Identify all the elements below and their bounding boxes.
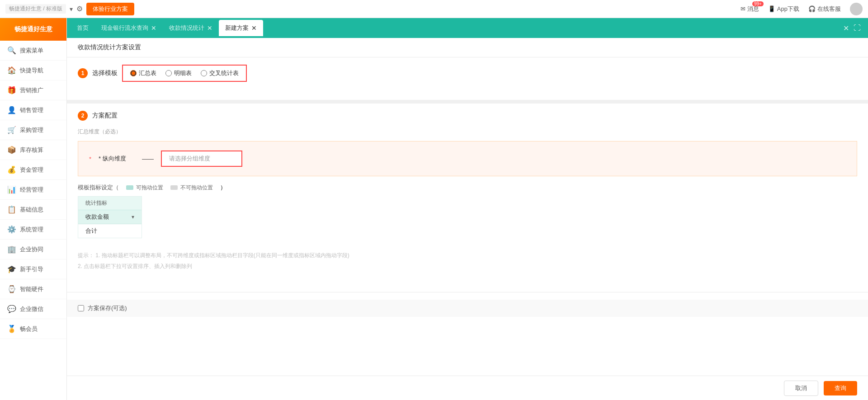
sidebar-item-newbie[interactable]: 🎓 新手引导 — [0, 259, 66, 279]
step2-header: 2 方案配置 — [78, 111, 857, 121]
header-left: 畅捷通好生意 / 标准版 ▾ ⚙ 体验行业方案 — [5, 3, 741, 15]
cancel-button[interactable]: 取消 — [784, 381, 818, 396]
non-draggable-indicator: 不可拖动位置 — [170, 184, 213, 192]
window-maximize-icon[interactable]: ⛶ — [854, 24, 861, 33]
template-radio-group: 汇总表 明细表 交叉统计表 — [122, 65, 247, 82]
sidebar-item-label: 基础信息 — [20, 206, 43, 214]
user-icon: 👤 — [7, 106, 16, 114]
gear-icon: ⚙️ — [7, 225, 16, 234]
radio-summary-input[interactable] — [130, 70, 137, 76]
window-close-icon[interactable]: ✕ — [843, 24, 849, 33]
breadcrumb-dropdown-icon[interactable]: ▾ — [70, 5, 73, 13]
column-header-row[interactable]: 收款金额 ▾ — [78, 210, 142, 224]
sidebar-item-smart-hw[interactable]: ⌚ 智能硬件 — [0, 279, 66, 299]
trial-button[interactable]: 体验行业方案 — [86, 3, 134, 15]
sidebar-item-finance[interactable]: 💰 资金管理 — [0, 160, 66, 180]
stats-label: 统计指标 — [78, 197, 142, 210]
sidebar-item-member[interactable]: 🏅 畅会员 — [0, 319, 66, 339]
sidebar-item-operations[interactable]: 📊 经营管理 — [0, 180, 66, 200]
download-btn[interactable]: 📱 App下载 — [768, 5, 799, 13]
chart-icon: 📊 — [7, 185, 16, 194]
tab-cashflow-close[interactable]: ✕ — [151, 25, 156, 31]
query-button[interactable]: 查询 — [824, 381, 857, 395]
sidebar-item-label: 采购管理 — [20, 126, 43, 134]
sidebar-item-enterprise[interactable]: 🏢 企业协同 — [0, 240, 66, 259]
dimension-group-title: 汇总维度（必选） — [78, 128, 857, 136]
sidebar-item-purchase[interactable]: 🛒 采购管理 — [0, 120, 66, 140]
step1-section: 1 选择模板 汇总表 明细表 — [67, 57, 868, 96]
tab-new-plan[interactable]: 新建方案 ✕ — [219, 20, 263, 36]
chat-icon: 💬 — [7, 305, 16, 313]
window-controls: ✕ ⛶ — [843, 24, 864, 33]
gift-icon: 🎁 — [7, 86, 16, 94]
tab-new-plan-close[interactable]: ✕ — [251, 25, 257, 31]
dimension-area: * * 纵向维度 —— 请选择分组维度 — [78, 141, 857, 176]
sidebar: 畅捷通好生意 🔍 搜索菜单 🏠 快捷导航 🎁 营销推广 👤 销售管理 🛒 采购管… — [0, 18, 67, 400]
sidebar-item-inventory[interactable]: 📦 库存核算 — [0, 140, 66, 160]
sidebar-item-label: 库存核算 — [20, 146, 43, 154]
sidebar-item-label: 资金管理 — [20, 166, 43, 174]
service-btn[interactable]: 🎧 在线客服 — [808, 5, 841, 13]
sidebar-item-basic-info[interactable]: 📋 基础信息 — [0, 200, 66, 220]
tab-receipts[interactable]: 收款情况统计 ✕ — [163, 20, 219, 36]
metrics-header-row: 模板指标设定（ 可拖动位置 不可拖动位置 ） — [78, 184, 857, 192]
metrics-table: 统计指标 收款金额 ▾ 合计 — [78, 196, 142, 238]
sidebar-item-label: 畅会员 — [20, 325, 38, 333]
sidebar-item-quick-nav[interactable]: 🏠 快捷导航 — [0, 61, 66, 80]
header-right: ✉ 消息 99+ 📱 App下载 🎧 在线客服 — [741, 3, 863, 15]
dimension-name-label: * 纵向维度 — [99, 155, 135, 163]
sidebar-item-label: 新手引导 — [20, 265, 43, 273]
tab-receipts-close[interactable]: ✕ — [207, 25, 212, 31]
settings-icon[interactable]: ⚙ — [76, 5, 83, 13]
service-icon: 🎧 — [808, 5, 816, 12]
step2-badge: 2 — [78, 111, 88, 121]
sidebar-item-system[interactable]: ⚙️ 系统管理 — [0, 220, 66, 240]
page-title: 收款情况统计方案设置 — [67, 38, 868, 57]
save-checkbox[interactable] — [78, 305, 84, 311]
page-content: 收款情况统计方案设置 1 选择模板 汇总表 — [67, 38, 868, 376]
dimension-arrow: —— — [142, 155, 154, 162]
tab-cashflow[interactable]: 现金银行流水查询 ✕ — [95, 20, 163, 36]
radio-detail-input[interactable] — [165, 70, 172, 76]
sidebar-item-sales[interactable]: 👤 销售管理 — [0, 100, 66, 120]
save-label: 方案保存(可选) — [88, 304, 127, 312]
radio-detail-label: 明细表 — [174, 69, 192, 77]
metrics-title: 模板指标设定（ — [78, 184, 119, 192]
radio-crosstab[interactable]: 交叉统计表 — [201, 69, 239, 77]
download-icon: 📱 — [768, 5, 775, 12]
sidebar-item-label: 营销推广 — [20, 86, 43, 94]
content-area: 首页 现金银行流水查询 ✕ 收款情况统计 ✕ 新建方案 ✕ ✕ ⛶ — [67, 18, 868, 400]
sidebar-item-wechat[interactable]: 💬 企业微信 — [0, 299, 66, 319]
user-menu[interactable] — [850, 3, 863, 15]
download-label: App下载 — [777, 5, 799, 13]
radio-summary[interactable]: 汇总表 — [130, 69, 156, 77]
search-icon: 🔍 — [7, 46, 16, 55]
save-option-row: 方案保存(可选) — [67, 300, 868, 317]
column-header-text: 收款金额 — [85, 213, 109, 221]
radio-crosstab-input[interactable] — [201, 70, 207, 76]
step2-section: 2 方案配置 汇总维度（必选） * * 纵向维度 —— 请选择分组 — [67, 104, 868, 285]
tab-bar: 首页 现金银行流水查询 ✕ 收款情况统计 ✕ 新建方案 ✕ ✕ ⛶ — [67, 18, 868, 38]
building-icon: 🏢 — [7, 245, 16, 254]
tab-home[interactable]: 首页 — [71, 20, 95, 36]
bottom-divider — [67, 292, 868, 292]
non-draggable-dot — [170, 185, 178, 190]
notifications-btn[interactable]: ✉ 消息 99+ — [741, 5, 759, 13]
breadcrumb: 畅捷通好生意 / 标准版 — [5, 4, 66, 14]
dimension-select[interactable]: 请选择分组维度 — [161, 151, 242, 167]
grad-icon: 🎓 — [7, 265, 16, 273]
radio-summary-label: 汇总表 — [139, 69, 156, 77]
column-dropdown-icon[interactable]: ▾ — [132, 214, 134, 220]
medal-icon: 🏅 — [7, 325, 16, 333]
cart-icon: 🛒 — [7, 126, 16, 134]
notifications-badge: 99+ — [752, 1, 764, 6]
step2-title: 方案配置 — [92, 112, 118, 120]
tab-cashflow-label: 现金银行流水查询 — [101, 24, 148, 32]
sidebar-item-marketing[interactable]: 🎁 营销推广 — [0, 80, 66, 100]
home-icon: 🏠 — [7, 66, 16, 75]
radio-detail[interactable]: 明细表 — [165, 69, 192, 77]
dimension-row: * * 纵向维度 —— 请选择分组维度 — [89, 151, 846, 167]
tip1: 提示： 1. 拖动标题栏可以调整布局，不可跨维度或指标区域拖动栏目字段(只能在同… — [78, 251, 857, 261]
sidebar-item-search[interactable]: 🔍 搜索菜单 — [0, 41, 66, 61]
radio-crosstab-label: 交叉统计表 — [209, 69, 239, 77]
